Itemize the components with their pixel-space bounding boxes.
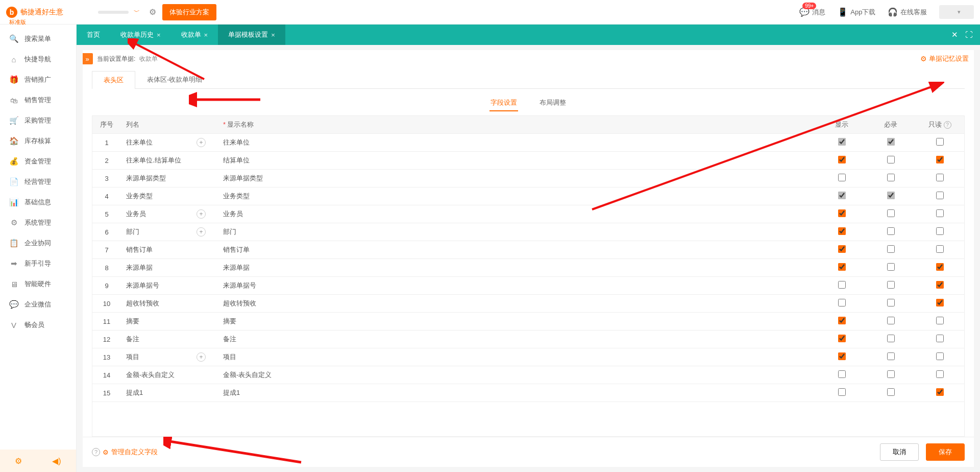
row-display[interactable]: 项目 (218, 348, 817, 366)
collapse-icon[interactable]: ◀) (52, 456, 61, 466)
customer-service-link[interactable]: 🎧 在线客服 (888, 7, 927, 17)
add-icon[interactable]: + (197, 227, 206, 237)
help-icon[interactable]: ? (944, 121, 951, 129)
area-tab[interactable]: 表头区 (92, 71, 135, 89)
add-icon[interactable]: + (197, 138, 206, 147)
app-download-link[interactable]: 📱 App下载 (838, 7, 875, 17)
required-checkbox[interactable] (887, 352, 895, 360)
row-display[interactable]: 来源单据号 (218, 277, 817, 295)
sidebar-item-system[interactable]: ⚙系统管理 (0, 213, 76, 233)
row-display[interactable]: 金额-表头自定义 (218, 366, 817, 384)
show-checkbox[interactable] (838, 263, 846, 271)
area-tab[interactable]: 表体区-收款单明细 (135, 70, 214, 88)
sidebar-item-beginner-guide[interactable]: ➡新手引导 (0, 253, 76, 274)
sidebar-item-inventory[interactable]: 🏠库存核算 (0, 131, 76, 151)
row-display[interactable]: 往来单位 (218, 134, 817, 152)
row-display[interactable]: 提成1 (218, 384, 817, 402)
manage-custom-fields-link[interactable]: ? ⚙ 管理自定义字段 (92, 447, 158, 457)
row-display[interactable]: 销售订单 (218, 241, 817, 259)
show-checkbox[interactable] (838, 138, 846, 146)
sidebar-item-sales[interactable]: 🛍销售管理 (0, 90, 76, 110)
readonly-checkbox[interactable] (936, 317, 944, 324)
required-checkbox[interactable] (887, 335, 895, 342)
sidebar-item-quick-nav[interactable]: ⌂快捷导航 (0, 49, 76, 69)
readonly-checkbox[interactable] (936, 335, 944, 342)
row-display[interactable]: 业务类型 (218, 187, 817, 205)
sub-tab[interactable]: 字段设置 (489, 95, 518, 111)
show-checkbox[interactable] (838, 317, 846, 324)
required-checkbox[interactable] (887, 227, 895, 235)
fields-table-wrap[interactable]: 序号 列名 *显示名称 显示 必录 只读? 1往来单位+往来单位2往来单位.结算… (92, 115, 965, 437)
required-checkbox[interactable] (887, 263, 895, 271)
show-checkbox[interactable] (838, 174, 846, 181)
close-icon[interactable]: × (157, 31, 161, 39)
sidebar-item-wechat-work[interactable]: 💬企业微信 (0, 294, 76, 315)
show-checkbox[interactable] (838, 299, 846, 306)
readonly-checkbox[interactable] (936, 352, 944, 360)
settings-icon[interactable]: ⚙ (149, 7, 156, 17)
sub-tab[interactable]: 布局调整 (538, 95, 567, 111)
messages-link[interactable]: 99+ 💬 消息 (799, 7, 825, 17)
row-display[interactable]: 来源单据 (218, 259, 817, 277)
readonly-checkbox[interactable] (936, 263, 944, 271)
required-checkbox[interactable] (887, 138, 895, 146)
expand-sidebar-icon[interactable]: » (83, 53, 93, 64)
show-checkbox[interactable] (838, 192, 846, 199)
close-all-icon[interactable]: ✕ (951, 30, 958, 39)
sidebar-item-search-menu[interactable]: 🔍搜索菜单 (0, 29, 76, 49)
trial-button[interactable]: 体验行业方案 (162, 4, 216, 20)
required-checkbox[interactable] (887, 317, 895, 324)
org-selector[interactable]: ﹀ (93, 6, 145, 18)
readonly-checkbox[interactable] (936, 245, 944, 253)
settings-icon[interactable]: ⚙ (15, 456, 22, 466)
show-checkbox[interactable] (838, 156, 846, 163)
sidebar-item-purchase[interactable]: 🛒采购管理 (0, 110, 76, 131)
required-checkbox[interactable] (887, 174, 895, 181)
readonly-checkbox[interactable] (936, 227, 944, 235)
show-checkbox[interactable] (838, 352, 846, 360)
row-display[interactable]: 结算单位 (218, 152, 817, 170)
row-display[interactable]: 备注 (218, 331, 817, 348)
sidebar-item-funds[interactable]: 💰资金管理 (0, 151, 76, 172)
add-icon[interactable]: + (197, 209, 206, 219)
row-display[interactable]: 来源单据类型 (218, 170, 817, 187)
save-button[interactable]: 保存 (926, 443, 965, 461)
show-checkbox[interactable] (838, 227, 846, 235)
required-checkbox[interactable] (887, 245, 895, 253)
required-checkbox[interactable] (887, 192, 895, 199)
show-checkbox[interactable] (838, 245, 846, 253)
required-checkbox[interactable] (887, 156, 895, 163)
required-checkbox[interactable] (887, 209, 895, 217)
show-checkbox[interactable] (838, 388, 846, 396)
readonly-checkbox[interactable] (936, 370, 944, 378)
readonly-checkbox[interactable] (936, 138, 944, 146)
sidebar-item-member[interactable]: V畅会员 (0, 315, 76, 335)
page-tab[interactable]: 收款单历史× (110, 25, 171, 45)
doc-memory-settings-link[interactable]: ⚙ 单据记忆设置 (920, 54, 974, 63)
show-checkbox[interactable] (838, 335, 846, 342)
row-display[interactable]: 业务员 (218, 205, 817, 223)
page-tab[interactable]: 收款单× (171, 25, 218, 45)
readonly-checkbox[interactable] (936, 156, 944, 163)
close-icon[interactable]: × (271, 31, 275, 39)
page-tab[interactable]: 首页 (77, 25, 110, 45)
show-checkbox[interactable] (838, 281, 846, 289)
required-checkbox[interactable] (887, 388, 895, 396)
readonly-checkbox[interactable] (936, 209, 944, 217)
readonly-checkbox[interactable] (936, 281, 944, 289)
sidebar-item-smart-hw[interactable]: 🖥智能硬件 (0, 274, 76, 294)
required-checkbox[interactable] (887, 299, 895, 306)
close-icon[interactable]: × (204, 31, 208, 39)
readonly-checkbox[interactable] (936, 299, 944, 306)
readonly-checkbox[interactable] (936, 174, 944, 181)
sidebar-item-operations[interactable]: 📄经营管理 (0, 172, 76, 192)
show-checkbox[interactable] (838, 370, 846, 378)
readonly-checkbox[interactable] (936, 388, 944, 396)
readonly-checkbox[interactable] (936, 192, 944, 199)
sidebar-item-enterprise-collab[interactable]: 📋企业协同 (0, 233, 76, 253)
row-display[interactable]: 摘要 (218, 313, 817, 331)
sidebar-item-marketing[interactable]: 🎁营销推广 (0, 69, 76, 90)
show-checkbox[interactable] (838, 209, 846, 217)
row-display[interactable]: 超收转预收 (218, 295, 817, 313)
fullscreen-icon[interactable]: ⛶ (965, 30, 973, 39)
